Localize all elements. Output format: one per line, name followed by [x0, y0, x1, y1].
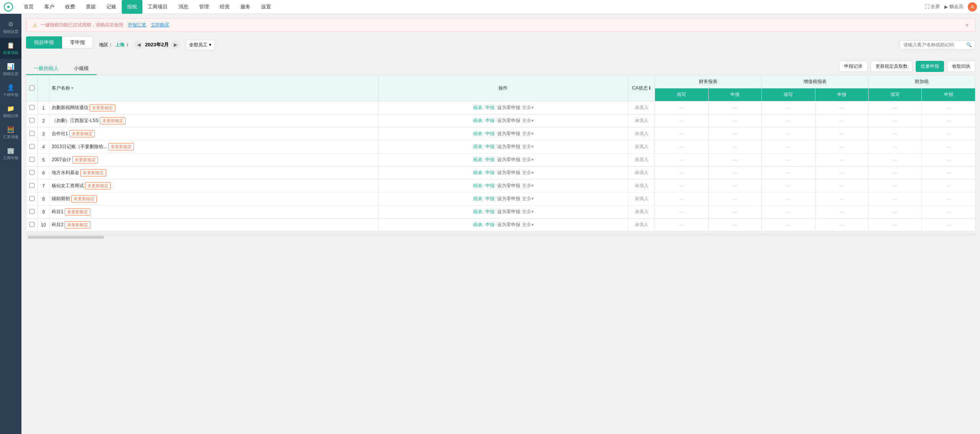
op-tax-form[interactable]: 税表	[473, 105, 482, 110]
op-set-zero[interactable]: 设为零申报	[497, 105, 520, 110]
sidebar-item-tax-settings[interactable]: ⚙ 报税设置	[0, 17, 21, 38]
nav-home[interactable]: 首页	[18, 0, 39, 14]
nav-invoice[interactable]: 票据	[80, 0, 101, 14]
op-more[interactable]: 更多▾	[522, 209, 534, 214]
row-checkbox[interactable]	[26, 179, 38, 193]
row-select-checkbox[interactable]	[29, 105, 34, 110]
region-value[interactable]: 上海	[115, 42, 124, 48]
tab-zero-declare[interactable]: 零申报	[62, 36, 93, 49]
op-declare[interactable]: 申报	[485, 209, 495, 214]
op-more[interactable]: 更多▾	[522, 118, 534, 123]
search-input[interactable]	[903, 42, 965, 47]
row-select-checkbox[interactable]	[29, 209, 34, 214]
row-checkbox[interactable]	[26, 206, 38, 219]
op-tax-form[interactable]: 税表	[473, 157, 482, 162]
row-checkbox[interactable]	[26, 193, 38, 206]
sidebar-item-calc-clearance[interactable]: 🧮 汇算清缴	[0, 122, 21, 143]
op-declare[interactable]: 申报	[485, 170, 495, 175]
tab-general-taxpayer[interactable]: 一般的税人	[26, 63, 66, 75]
row-select-checkbox[interactable]	[29, 170, 34, 175]
ca-info-icon[interactable]: ℹ	[649, 85, 651, 91]
row-select-checkbox[interactable]	[29, 131, 34, 136]
nav-biz[interactable]: 工商项目	[142, 0, 173, 14]
op-more[interactable]: 更多▾	[522, 157, 534, 162]
search-icon[interactable]: 🔍	[966, 42, 972, 47]
row-select-checkbox[interactable]	[29, 196, 34, 201]
op-more[interactable]: 更多▾	[522, 183, 534, 188]
row-select-checkbox[interactable]	[29, 183, 34, 188]
op-more[interactable]: 更多▾	[522, 196, 534, 201]
row-select-checkbox[interactable]	[29, 144, 34, 149]
next-month-button[interactable]: ▶	[171, 41, 180, 49]
nav-manage[interactable]: 管理	[194, 0, 214, 14]
upgrade-button[interactable]: ▶ 畅会员	[944, 3, 963, 10]
select-all-checkbox[interactable]	[29, 85, 34, 90]
nav-fee[interactable]: 收费	[60, 0, 80, 14]
nav-tax[interactable]: 报税	[122, 0, 142, 14]
row-checkbox[interactable]	[26, 153, 38, 166]
sidebar-item-biz-annual[interactable]: 🏢 工商年报	[0, 143, 21, 164]
op-declare[interactable]: 申报	[485, 131, 495, 136]
row-checkbox[interactable]	[26, 140, 38, 153]
op-declare[interactable]: 申报	[485, 196, 495, 201]
op-set-zero[interactable]: 设为零申报	[497, 118, 520, 123]
banner-link-purchase[interactable]: 立即购买	[151, 22, 169, 28]
row-select-checkbox[interactable]	[29, 157, 34, 162]
row-checkbox[interactable]	[26, 166, 38, 179]
op-tax-form[interactable]: 税表	[473, 209, 482, 214]
op-tax-form[interactable]: 税表	[473, 222, 482, 227]
op-set-zero[interactable]: 设为零申报	[497, 144, 520, 149]
op-declare[interactable]: 申报	[485, 118, 495, 123]
op-set-zero[interactable]: 设为零申报	[497, 209, 520, 214]
op-more[interactable]: 更多▾	[522, 144, 534, 149]
nav-service[interactable]: 服务	[235, 0, 256, 14]
op-set-zero[interactable]: 设为零申报	[497, 222, 520, 227]
fullscreen-button[interactable]: ⛶ 全屏	[924, 3, 940, 10]
declaration-record-button[interactable]: 申报记录	[839, 61, 867, 72]
tab-small-taxpayer[interactable]: 小规模	[66, 63, 96, 75]
tab-tax-declare[interactable]: 税款申报	[26, 36, 62, 49]
op-tax-form[interactable]: 税表	[473, 144, 482, 149]
op-declare[interactable]: 申报	[485, 105, 495, 110]
sidebar-item-individual-tax[interactable]: 👤 个税申报	[0, 80, 21, 101]
nav-message[interactable]: 消息	[173, 0, 194, 14]
prev-month-button[interactable]: ◀	[134, 41, 143, 49]
op-declare[interactable]: 申报	[485, 157, 495, 162]
sidebar-item-batch-tax[interactable]: 📋 批量报税	[0, 38, 21, 59]
nav-operation[interactable]: 经营	[214, 0, 235, 14]
op-more[interactable]: 更多▾	[522, 222, 534, 227]
batch-declare-button[interactable]: 批量申报	[916, 61, 944, 72]
op-tax-form[interactable]: 税表	[473, 183, 482, 188]
op-set-zero[interactable]: 设为零申报	[497, 131, 520, 136]
employee-select[interactable]: 全部员工 ▾	[186, 40, 215, 50]
op-more[interactable]: 更多▾	[522, 170, 534, 175]
row-checkbox[interactable]	[26, 101, 38, 114]
nav-settings[interactable]: 设置	[256, 0, 276, 14]
row-checkbox[interactable]	[26, 127, 38, 140]
sidebar-item-tax-overview[interactable]: 📊 报税总览	[0, 59, 21, 80]
op-set-zero[interactable]: 设为零申报	[497, 183, 520, 188]
op-more[interactable]: 更多▾	[522, 105, 534, 110]
row-select-checkbox[interactable]	[29, 222, 34, 227]
op-set-zero[interactable]: 设为零申报	[497, 196, 520, 201]
user-avatar[interactable]: A	[968, 2, 977, 11]
op-set-zero[interactable]: 设为零申报	[497, 170, 520, 175]
op-tax-form[interactable]: 税表	[473, 131, 482, 136]
row-checkbox[interactable]	[26, 114, 38, 127]
nav-bookkeep[interactable]: 记账	[101, 0, 122, 14]
op-declare[interactable]: 申报	[485, 144, 495, 149]
op-tax-form[interactable]: 税表	[473, 118, 482, 123]
horizontal-scrollbar[interactable]	[26, 235, 975, 239]
sort-icon[interactable]: ▾	[71, 85, 74, 91]
banner-link-declaration[interactable]: 申报汇签	[128, 22, 146, 28]
op-set-zero[interactable]: 设为零申报	[497, 157, 520, 162]
nav-client[interactable]: 客户	[39, 0, 60, 14]
row-checkbox[interactable]	[26, 219, 38, 232]
op-tax-form[interactable]: 税表	[473, 196, 482, 201]
banner-close-button[interactable]: ✕	[965, 23, 969, 28]
row-select-checkbox[interactable]	[29, 118, 34, 123]
scrollbar-thumb[interactable]	[28, 236, 104, 239]
update-rules-button[interactable]: 更新税定及取数	[871, 61, 913, 72]
op-declare[interactable]: 申报	[485, 222, 495, 227]
op-more[interactable]: 更多▾	[522, 131, 534, 136]
